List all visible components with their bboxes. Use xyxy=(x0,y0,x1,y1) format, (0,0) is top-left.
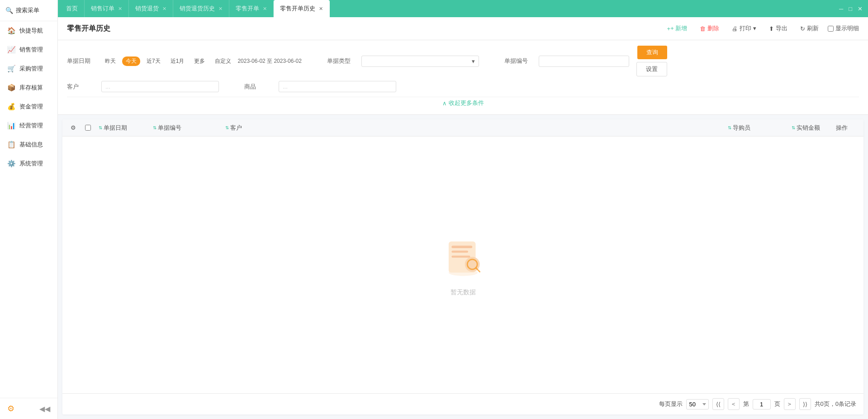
tab-sales-return[interactable]: 销货退货 ✕ xyxy=(129,0,173,17)
sidebar-item-purchase-mgmt[interactable]: 🛒 采购管理 xyxy=(0,59,57,78)
first-page-btn[interactable]: ⟨⟨ xyxy=(712,398,724,410)
tab-sales-return-history[interactable]: 销货退货历史 ✕ xyxy=(173,0,229,17)
sidebar-item-sys-mgmt[interactable]: ⚙️ 系统管理 xyxy=(0,154,57,173)
column-settings-icon[interactable]: ⚙ xyxy=(71,124,76,131)
sidebar-item-label: 基础信息 xyxy=(19,141,43,149)
close-tab-retail-history[interactable]: ✕ xyxy=(319,6,323,12)
query-button[interactable]: 查询 xyxy=(637,46,667,59)
customer-filter-label: 客户 xyxy=(67,83,94,91)
filter-row-2: 客户 ... 商品 ... xyxy=(67,81,859,92)
close-tab-retail-open[interactable]: ✕ xyxy=(263,6,267,12)
type-filter-select[interactable]: ▾ xyxy=(361,56,479,67)
sidebar-item-operations[interactable]: 📊 经营管理 xyxy=(0,116,57,135)
chart-icon: 📈 xyxy=(7,46,16,54)
date-today-btn[interactable]: 今天 xyxy=(122,56,140,66)
content-area: 零售开单历史 + + 新增 🗑 删除 🖨 打印 ▾ ⬆ 导出 xyxy=(58,17,868,419)
per-page-select[interactable]: 50 10 20 100 xyxy=(686,399,709,410)
sort-icon5: ⇅ xyxy=(792,125,795,130)
print-icon: 🖨 xyxy=(732,25,738,32)
toolbar: + + 新增 🗑 删除 🖨 打印 ▾ ⬆ 导出 ↻ 刷新 xyxy=(664,23,859,34)
goods-filter-input[interactable]: ... xyxy=(279,81,396,92)
th-guide[interactable]: ⇅ 导购员 xyxy=(724,124,769,132)
add-icon: + xyxy=(667,25,671,32)
th-amount[interactable]: ⇅ 实销金额 xyxy=(769,124,824,132)
date-7days-btn[interactable]: 近7天 xyxy=(143,56,164,66)
sidebar-item-label: 系统管理 xyxy=(19,160,43,168)
add-button[interactable]: + + 新增 xyxy=(664,23,691,34)
filter-area: 单据日期 昨天 今天 近7天 近1月 更多 自定义 2023-06-02 至 2… xyxy=(58,40,868,115)
th-date[interactable]: ⇅ 单据日期 xyxy=(95,124,149,132)
close-tab-sales-order[interactable]: ✕ xyxy=(118,6,122,12)
search-icon: 🔍 xyxy=(5,7,13,14)
sidebar-item-inventory[interactable]: 📦 库存核算 xyxy=(0,78,57,97)
window-close-icon[interactable]: ✕ xyxy=(858,5,863,12)
sidebar-item-base-info[interactable]: 📋 基础信息 xyxy=(0,135,57,154)
tab-sales-order[interactable]: 销售订单 ✕ xyxy=(85,0,129,17)
tab-retail-history[interactable]: 零售开单历史 ✕ xyxy=(274,0,330,17)
tab-retail-open[interactable]: 零售开单 ✕ xyxy=(229,0,274,17)
doc-icon: 📋 xyxy=(7,141,16,149)
sort-icon4: ⇅ xyxy=(728,125,731,130)
close-tab-sales-return[interactable]: ✕ xyxy=(162,6,166,12)
tab-home[interactable]: 首页 xyxy=(60,0,85,17)
empty-text: 暂无数据 xyxy=(451,288,476,297)
date-more-btn[interactable]: 更多 xyxy=(190,56,209,66)
gear2-icon: ⚙️ xyxy=(7,160,16,168)
th-customer[interactable]: ⇅ 客户 xyxy=(222,124,724,132)
customer-filter-input[interactable]: ... xyxy=(101,81,219,92)
select-all-checkbox[interactable] xyxy=(85,125,91,131)
no-filter-label: 单据编号 xyxy=(504,57,531,65)
sidebar-footer: ⚙ ◀◀ xyxy=(0,398,57,419)
delete-icon: 🗑 xyxy=(700,25,706,32)
chevron-up-icon: ∧ xyxy=(442,100,447,107)
sidebar-item-label: 资金管理 xyxy=(19,103,43,111)
th-check[interactable] xyxy=(81,125,95,131)
pagination: 每页显示 50 10 20 100 ⟨⟨ ＜ 第 页 ＞ ⟩⟩ 共0页，0条记录 xyxy=(62,393,863,414)
page-suffix: 页 xyxy=(774,400,780,408)
date-yesterday-btn[interactable]: 昨天 xyxy=(101,56,119,66)
delete-button[interactable]: 🗑 删除 xyxy=(696,23,723,34)
export-button[interactable]: ⬆ 导出 xyxy=(765,23,791,34)
th-action: 操作 xyxy=(824,124,860,132)
page-header: 零售开单历史 + + 新增 🗑 删除 🖨 打印 ▾ ⬆ 导出 xyxy=(58,17,868,40)
sidebar-item-label: 经营管理 xyxy=(19,122,43,130)
empty-state-icon xyxy=(438,233,488,283)
settings-icon[interactable]: ⚙ xyxy=(7,404,14,414)
th-settings[interactable]: ⚙ xyxy=(66,124,81,131)
sidebar-item-quick-nav[interactable]: 🏠 快捷导航 xyxy=(0,21,57,40)
collapse-sidebar-icon[interactable]: ◀◀ xyxy=(39,405,50,413)
sort-icon2: ⇅ xyxy=(153,125,157,130)
display-detail-checkbox[interactable]: 显示明细 xyxy=(828,24,859,33)
prev-page-btn[interactable]: ＜ xyxy=(728,398,740,410)
table-header: ⚙ ⇅ 单据日期 ⇅ 单据编号 ⇅ 客户 ⇅ xyxy=(62,119,863,137)
sidebar-item-finance[interactable]: 💰 资金管理 xyxy=(0,97,57,116)
table-area: ⚙ ⇅ 单据日期 ⇅ 单据编号 ⇅ 客户 ⇅ xyxy=(62,119,863,414)
refresh-icon: ↻ xyxy=(800,25,805,32)
sidebar-nav: 🏠 快捷导航 📈 销售管理 🛒 采购管理 📦 库存核算 💰 资金管理 📊 经营管… xyxy=(0,21,57,398)
home-icon: 🏠 xyxy=(7,27,16,35)
window-minimize-icon[interactable]: ─ xyxy=(839,5,843,12)
sidebar-item-label: 快捷导航 xyxy=(19,27,43,35)
goods-filter-label: 商品 xyxy=(244,83,271,91)
sidebar-item-sales-mgmt[interactable]: 📈 销售管理 xyxy=(0,40,57,59)
sort-icon3: ⇅ xyxy=(225,125,229,130)
refresh-button[interactable]: ↻ 刷新 xyxy=(797,23,822,34)
display-detail-input[interactable] xyxy=(828,26,834,32)
tab-bar: 首页 销售订单 ✕ 销货退货 ✕ 销货退货历史 ✕ 零售开单 ✕ 零售开单历史 … xyxy=(58,0,868,17)
date-custom-btn[interactable]: 自定义 xyxy=(211,56,235,66)
window-maximize-icon[interactable]: □ xyxy=(849,5,852,12)
sidebar: 🔍 搜索采单 🏠 快捷导航 📈 销售管理 🛒 采购管理 📦 库存核算 💰 资金管… xyxy=(0,0,58,419)
date-1month-btn[interactable]: 近1月 xyxy=(167,56,188,66)
no-filter-input[interactable] xyxy=(539,56,629,67)
collapse-filter-btn[interactable]: ∧ 收起更多条件 xyxy=(67,97,859,109)
page-number-input[interactable] xyxy=(753,399,771,410)
svg-rect-3 xyxy=(451,251,468,253)
sidebar-item-label: 采购管理 xyxy=(19,65,43,73)
sidebar-search[interactable]: 🔍 搜索采单 xyxy=(0,0,57,21)
next-page-btn[interactable]: ＞ xyxy=(784,398,796,410)
th-no[interactable]: ⇅ 单据编号 xyxy=(149,124,222,132)
last-page-btn[interactable]: ⟩⟩ xyxy=(799,398,811,410)
print-button[interactable]: 🖨 打印 ▾ xyxy=(728,23,760,34)
close-tab-sales-return-history[interactable]: ✕ xyxy=(218,6,223,12)
filter-settings-button[interactable]: 设置 xyxy=(636,62,667,76)
